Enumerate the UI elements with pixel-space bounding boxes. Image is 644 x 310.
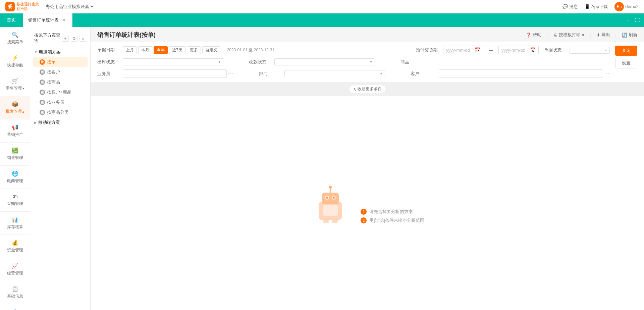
date-range-text: 2023-01-01 至 2023-12-31 bbox=[227, 47, 274, 53]
settings-button[interactable]: 设置 bbox=[615, 58, 637, 68]
sidebar-item-basic[interactable]: 📋 基础信息 bbox=[0, 281, 30, 304]
date-btn-last-7days[interactable]: 近7天 bbox=[169, 46, 185, 54]
scheme-icon-by-order: 按 bbox=[40, 59, 45, 65]
date-btn-this-year[interactable]: 今年 bbox=[154, 46, 168, 54]
tree-collapse-icon: ▶ bbox=[34, 121, 37, 124]
svg-point-6 bbox=[333, 197, 335, 199]
app-download-action[interactable]: 📱 App下载 bbox=[585, 4, 608, 10]
staff-more-icon[interactable]: ··· bbox=[228, 71, 233, 77]
delivery-status-label: 出库状态 bbox=[97, 59, 117, 65]
date-shortcuts: 上月 本月 今年 近7天 更多 自定义 bbox=[123, 46, 220, 54]
filter-row-wrapper: 单据日期 上月 本月 今年 近7天 更多 自定义 2023-01-01 至 20… bbox=[97, 46, 637, 78]
empty-illustration bbox=[310, 183, 351, 223]
sidebar-item-inventory[interactable]: 📊 库存核算 bbox=[0, 212, 30, 235]
date-btn-this-month[interactable]: 本月 bbox=[138, 46, 152, 54]
tree-parent-pc[interactable]: ▼ 电脑端方案 bbox=[33, 47, 88, 57]
tab-maximize-button[interactable]: ⛶ bbox=[633, 16, 641, 24]
page-actions: ❓ 帮助 | 🖨 按模板打印 ▾ | ⬇ 导出 | bbox=[526, 32, 637, 38]
finance-icon: 💰 bbox=[12, 240, 18, 246]
delivery-status-select[interactable]: ▾ bbox=[123, 58, 223, 65]
page-title: 销售订单统计表(按单) bbox=[97, 31, 156, 39]
collapse-button[interactable]: ∧ 收起更多条件 bbox=[349, 85, 386, 93]
right-panel: 销售订单统计表(按单) ❓ 帮助 | 🖨 按模板打印 ▾ | ⬇ bbox=[91, 27, 644, 310]
inventory-icon: 📊 bbox=[12, 216, 18, 223]
tree-child-by-staff[interactable]: 图 按业务员 bbox=[33, 97, 88, 107]
customer-input[interactable] bbox=[439, 69, 603, 78]
staff-input[interactable] bbox=[123, 69, 227, 78]
sidebar-item-purchase[interactable]: 🛍 采购管理 bbox=[0, 189, 30, 212]
dept-select[interactable]: ▾ bbox=[284, 70, 385, 77]
date-btn-more[interactable]: 更多 bbox=[187, 46, 201, 54]
tree-child-by-cust-prod[interactable]: 图 按客户+商品 bbox=[33, 87, 88, 97]
add-scheme-button[interactable]: + bbox=[62, 35, 69, 42]
settings-scheme-button[interactable]: ⚙ bbox=[71, 35, 77, 42]
user-menu[interactable]: Ea demo2 bbox=[614, 2, 639, 11]
status-label: 单据状态 bbox=[544, 47, 564, 53]
refresh-button[interactable]: 🔄 刷新 bbox=[622, 32, 637, 38]
empty-state: 1 请先选择要分析的方案 2 用[过滤]条件来缩小分析范围 bbox=[91, 96, 644, 310]
left-panel-actions: + ⚙ « bbox=[62, 35, 86, 42]
company-dropdown[interactable]: 办公用品行业模拟账套 bbox=[44, 4, 95, 9]
message-action[interactable]: 💬 消息 bbox=[562, 4, 578, 10]
svg-rect-1 bbox=[323, 205, 338, 216]
sidebar-item-retail[interactable]: 🛒 零售管理 ▾ bbox=[0, 73, 30, 96]
top-bar-actions: 💬 消息 📱 App下载 Ea demo2 bbox=[562, 2, 639, 11]
left-panel-title: 按以下方案查询 bbox=[34, 32, 62, 44]
sidebar-item-operations[interactable]: 📈 经营管理 bbox=[0, 258, 30, 281]
sidebar-item-search[interactable]: 🔍 搜索菜单 bbox=[0, 27, 30, 50]
help-button[interactable]: ❓ 帮助 bbox=[526, 32, 541, 38]
tree-child-by-order[interactable]: 按 按单 bbox=[33, 57, 88, 67]
sidebar-item-marketing[interactable]: 📢 营销推广 bbox=[0, 119, 30, 143]
product-more-icon[interactable]: ··· bbox=[604, 59, 610, 65]
left-panel-header: 按以下方案查询 + ⚙ « bbox=[30, 31, 90, 47]
phone-icon: 📱 bbox=[585, 4, 590, 9]
customer-more-icon[interactable]: ··· bbox=[604, 71, 610, 77]
date-btn-last-month[interactable]: 上月 bbox=[123, 46, 137, 54]
collapse-row: ∧ 收起更多条件 bbox=[91, 82, 644, 96]
export-button[interactable]: ⬇ 导出 bbox=[596, 32, 610, 38]
empty-tips: 1 请先选择要分析的方案 2 用[过滤]条件来缩小分析范围 bbox=[361, 209, 424, 223]
company-selector[interactable]: 办公用品行业模拟账套 bbox=[44, 4, 557, 9]
page-header: 销售订单统计表(按单) ❓ 帮助 | 🖨 按模板打印 ▾ | ⬇ bbox=[91, 27, 644, 42]
tree-parent-mobile[interactable]: ▶ 移动端方案 bbox=[33, 117, 88, 127]
svg-point-5 bbox=[326, 197, 328, 199]
expected-date-start-input[interactable]: yyyy-mm-dd 📅 bbox=[443, 46, 483, 54]
sidebar-item-system[interactable]: ⚙️ 系统管理 bbox=[0, 304, 30, 310]
tree-child-by-category[interactable]: 图 按商品分类 bbox=[33, 107, 88, 117]
expected-date-end-input[interactable]: yyyy-mm-dd 📅 bbox=[498, 46, 539, 54]
sidebar: 🔍 搜索菜单 ⚡ 快捷导航 🛒 零售管理 ▾ 📦 批发管理 ▴ 📢 营销推广 bbox=[0, 27, 30, 310]
tab-close-icon[interactable]: × bbox=[61, 17, 67, 23]
status-select[interactable]: ▾ bbox=[570, 47, 610, 54]
tab-minimize-button[interactable]: － bbox=[624, 16, 632, 24]
top-bar: 畅 畅捷通好生意 标准版 办公用品行业模拟账套 💬 消息 📱 App下载 Ea … bbox=[0, 0, 644, 13]
query-button[interactable]: 查询 bbox=[615, 46, 637, 56]
sidebar-item-quicknav[interactable]: ⚡ 快捷导航 bbox=[0, 50, 30, 73]
left-panel: 按以下方案查询 + ⚙ « ▼ 电脑端方案 按 按单 图 按客户 bbox=[30, 27, 91, 310]
help-icon: ❓ bbox=[526, 33, 531, 38]
tree-child-by-product[interactable]: 图 按商品 bbox=[33, 77, 88, 87]
date-separator: — bbox=[489, 48, 493, 53]
tab-sales-stats[interactable]: 销售订单统计表 × bbox=[23, 13, 72, 27]
scheme-icon-by-staff: 图 bbox=[40, 100, 45, 105]
product-input[interactable] bbox=[429, 58, 603, 66]
tree-child-by-customer[interactable]: 图 按客户 bbox=[33, 67, 88, 77]
tab-home[interactable]: 首页 bbox=[0, 13, 23, 27]
payment-status-select[interactable]: ▾ bbox=[274, 58, 375, 65]
chevron-up-icon: ▴ bbox=[22, 110, 24, 113]
scheme-icon-by-category: 图 bbox=[40, 110, 45, 115]
filter-row-1: 单据日期 上月 本月 今年 近7天 更多 自定义 2023-01-01 至 20… bbox=[97, 46, 610, 54]
sidebar-item-finance[interactable]: 💰 资金管理 bbox=[0, 235, 30, 258]
filter-row-3: 业务员 ··· 部门 ▾ 客户 bbox=[97, 69, 610, 78]
sidebar-item-wholesale[interactable]: 📦 批发管理 ▴ bbox=[0, 96, 30, 119]
print-button[interactable]: 🖨 按模板打印 ▾ bbox=[553, 32, 584, 38]
scheme-icon-by-cust-prod: 图 bbox=[40, 90, 45, 95]
expected-date-label: 预计交货期 bbox=[416, 47, 438, 53]
logo-text: 畅捷通好生意 标准版 bbox=[17, 2, 39, 11]
collapse-panel-button[interactable]: « bbox=[79, 35, 86, 42]
print-arrow-icon: ▾ bbox=[582, 33, 584, 38]
date-btn-custom[interactable]: 自定义 bbox=[202, 46, 220, 54]
filter-area: 单据日期 上月 本月 今年 近7天 更多 自定义 2023-01-01 至 20… bbox=[91, 42, 644, 82]
sidebar-item-sales[interactable]: 💹 销售管理 bbox=[0, 143, 30, 166]
purchase-icon: 🛍 bbox=[12, 194, 18, 200]
sidebar-item-ecommerce[interactable]: 🌐 电商管理 bbox=[0, 166, 30, 189]
